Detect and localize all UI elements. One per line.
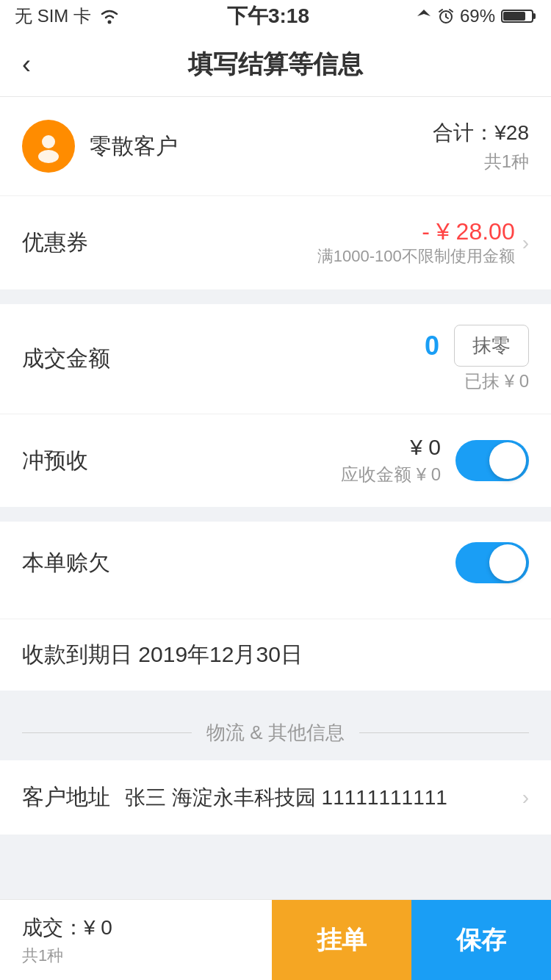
address-value: 张三 海淀永丰科技园 11111111111 <box>125 784 522 812</box>
debt-label: 本单赊欠 <box>22 548 110 578</box>
bottom-deal-label: 成交： <box>22 916 84 939</box>
deal-section: 成交金额 0 抹零 已抹 ¥ 0 冲预收 ¥ 0 应收金额 ¥ 0 <box>0 304 551 507</box>
debt-toggle-knob <box>489 544 526 581</box>
debt-row: 本单赊欠 <box>0 522 551 604</box>
prepay-value-wrap: ¥ 0 应收金额 ¥ 0 <box>341 435 441 486</box>
battery-icon <box>501 7 536 25</box>
status-time: 下午3:18 <box>227 2 309 30</box>
bottom-info: 成交：¥ 0 共1种 <box>0 914 272 967</box>
bottom-count: 共1种 <box>22 945 250 967</box>
deal-row: 成交金额 0 抹零 已抹 ¥ 0 <box>0 304 551 414</box>
bottom-deal-value: ¥ 0 <box>84 916 112 939</box>
coupon-row[interactable]: 优惠券 - ¥ 28.00 满1000-100不限制使用金额 › <box>0 195 551 289</box>
address-label: 客户地址 <box>22 782 110 813</box>
logistics-divider: 物流 & 其他信息 <box>0 705 551 760</box>
svg-point-0 <box>108 21 112 24</box>
save-button[interactable]: 保存 <box>411 900 551 981</box>
battery-percent: 69% <box>460 6 495 26</box>
nav-bar: ‹ 填写结算等信息 <box>0 32 551 97</box>
logistics-label: 物流 & 其他信息 <box>206 720 345 746</box>
prepay-right: ¥ 0 应收金额 ¥ 0 <box>341 435 529 486</box>
coupon-right: - ¥ 28.00 满1000-100不限制使用金额 › <box>317 218 529 267</box>
back-button[interactable]: ‹ <box>22 49 31 80</box>
customer-left: 零散客户 <box>22 120 178 173</box>
due-date-section: 收款到期日 2019年12月30日 <box>0 619 551 691</box>
customer-row: 零散客户 合计：¥28 共1种 <box>0 97 551 195</box>
hold-button[interactable]: 挂单 <box>272 900 411 981</box>
svg-rect-4 <box>503 12 525 21</box>
status-right: 69% <box>416 6 536 26</box>
total-count: 共1种 <box>433 150 529 173</box>
prepay-label: 冲预收 <box>22 446 88 476</box>
customer-name: 零散客户 <box>90 131 178 162</box>
address-section[interactable]: 客户地址 张三 海淀永丰科技园 11111111111 › <box>0 760 551 835</box>
chevron-right-icon: › <box>522 231 529 255</box>
debt-toggle[interactable] <box>455 542 529 583</box>
status-left: 无 SIM 卡 <box>15 4 120 28</box>
svg-rect-3 <box>533 13 536 19</box>
round-button[interactable]: 抹零 <box>454 325 529 367</box>
prepay-toggle[interactable] <box>455 440 529 481</box>
sim-status: 无 SIM 卡 <box>15 4 91 28</box>
avatar-icon <box>31 129 66 164</box>
due-date-content: 收款到期日 2019年12月30日 <box>22 640 529 670</box>
debt-section: 本单赊欠 收款到期日 2019年12月30日 <box>0 522 551 691</box>
main-content: 零散客户 合计：¥28 共1种 优惠券 - ¥ 28.00 满1000-100不… <box>0 97 551 915</box>
alarm-icon <box>438 8 454 24</box>
customer-totals: 合计：¥28 共1种 <box>433 119 529 173</box>
deal-label: 成交金额 <box>22 344 110 374</box>
bottom-bar: 成交：¥ 0 共1种 挂单 保存 <box>0 899 551 980</box>
status-bar: 无 SIM 卡 下午3:18 69% <box>0 0 551 32</box>
page-title: 填写结算等信息 <box>188 48 363 82</box>
bottom-deal: 成交：¥ 0 <box>22 914 250 942</box>
coupon-label: 优惠券 <box>22 228 88 258</box>
deal-sub: 已抹 ¥ 0 <box>425 370 529 393</box>
prepay-sub: 应收金额 ¥ 0 <box>341 463 441 486</box>
prepay-value: ¥ 0 <box>341 435 441 460</box>
prepay-row: 冲预收 ¥ 0 应收金额 ¥ 0 <box>0 414 551 507</box>
svg-point-5 <box>42 135 55 148</box>
divider-line-right <box>359 732 529 733</box>
deal-value: 0 <box>425 331 439 361</box>
divider-line-left <box>22 732 192 733</box>
address-chevron-icon: › <box>522 786 529 810</box>
location-icon <box>416 8 432 24</box>
deal-right: 0 抹零 <box>425 325 529 367</box>
coupon-desc: 满1000-100不限制使用金额 <box>317 245 515 267</box>
customer-section: 零散客户 合计：¥28 共1种 优惠券 - ¥ 28.00 满1000-100不… <box>0 97 551 289</box>
svg-point-6 <box>38 150 59 163</box>
toggle-knob <box>489 442 526 479</box>
wifi-icon <box>98 8 120 24</box>
customer-avatar <box>22 120 75 173</box>
coupon-amount: - ¥ 28.00 <box>317 218 515 245</box>
address-right: › <box>522 786 529 810</box>
total-amount: 合计：¥28 <box>433 119 529 147</box>
